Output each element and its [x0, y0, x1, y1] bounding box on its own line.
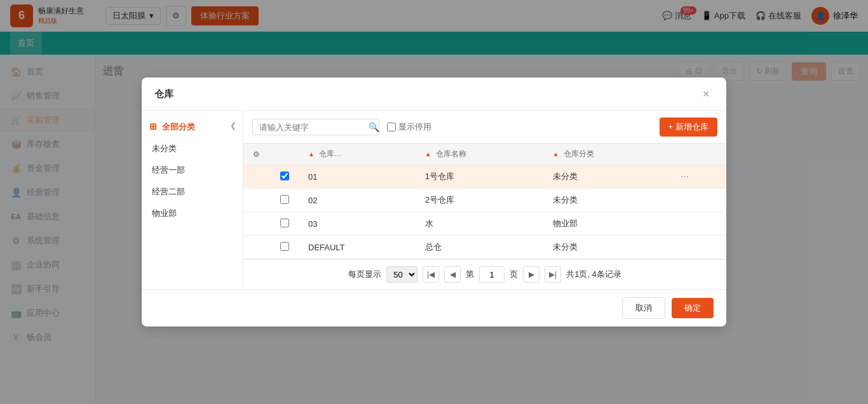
data-table: ⚙ ▲ 仓库... ▲ 仓库名称 — [243, 144, 726, 259]
row-action-3 — [673, 236, 726, 259]
row-code-1: 02 — [301, 189, 417, 212]
sort-icon-code: ▲ — [308, 151, 315, 158]
page-first-button[interactable]: |◀ — [423, 266, 439, 283]
table-area: 🔍 显示停用 + 新增仓库 ⚙ — [243, 111, 726, 289]
page-number-input[interactable] — [479, 266, 505, 283]
category-header-content: ⊞ 全部分类 — [149, 121, 195, 133]
search-input[interactable] — [259, 123, 366, 132]
th-actions — [673, 144, 726, 165]
row-checkbox-3[interactable] — [280, 242, 289, 251]
th-category[interactable]: ▲ 仓库分类 — [545, 144, 673, 165]
row-settings-0 — [243, 165, 269, 189]
row-checkbox-1[interactable] — [280, 195, 289, 204]
category-item-unclassified[interactable]: 未分类 — [142, 138, 243, 159]
row-category-0: 未分类 — [545, 165, 673, 189]
page-prev-button[interactable]: ◀ — [444, 266, 461, 283]
table-header-row: ⚙ ▲ 仓库... ▲ 仓库名称 — [243, 144, 726, 165]
page-next-button[interactable]: ▶ — [523, 266, 539, 283]
row-code-2: 03 — [301, 212, 417, 236]
table-row[interactable]: 03 水 物业部 — [243, 212, 726, 236]
search-icon: 🔍 — [369, 122, 379, 132]
show-disabled-label: 显示停用 — [387, 121, 431, 133]
category-item-property[interactable]: 物业部 — [142, 203, 243, 224]
confirm-button[interactable]: 确定 — [672, 298, 714, 318]
table-row[interactable]: 01 1号仓库 未分类 ··· — [243, 165, 726, 189]
action-dots-0[interactable]: ··· — [681, 171, 689, 182]
row-action-2 — [673, 212, 726, 236]
modal-overlay: 仓库 × ⊞ 全部分类 《 未分类 经营一部 — [0, 0, 868, 404]
row-checkbox-2[interactable] — [280, 219, 289, 227]
modal-header: 仓库 × — [142, 77, 726, 111]
th-no — [269, 144, 301, 165]
row-no-2 — [269, 212, 301, 236]
show-disabled-checkbox[interactable] — [387, 123, 396, 131]
row-no-3 — [269, 236, 301, 259]
modal-title: 仓库 — [154, 88, 173, 100]
warehouse-modal: 仓库 × ⊞ 全部分类 《 未分类 经营一部 — [142, 77, 726, 327]
per-page-select[interactable]: 50 — [386, 266, 417, 283]
warehouse-table: ⚙ ▲ 仓库... ▲ 仓库名称 — [243, 144, 726, 259]
row-category-2: 物业部 — [545, 212, 673, 236]
category-collapse-button[interactable]: 《 — [226, 121, 235, 133]
table-row[interactable]: 02 2号仓库 未分类 — [243, 189, 726, 212]
cancel-button[interactable]: 取消 — [622, 297, 665, 319]
row-code-0: 01 — [301, 165, 417, 189]
category-sidebar: ⊞ 全部分类 《 未分类 经营一部 经营二部 物业部 — [142, 111, 243, 289]
table-toolbar: 🔍 显示停用 + 新增仓库 — [243, 111, 726, 144]
sort-icon-name: ▲ — [425, 151, 431, 158]
row-name-0: 1号仓库 — [417, 165, 545, 189]
category-item-dept2[interactable]: 经营二部 — [142, 181, 243, 203]
pagination-bar: 每页显示 50 |◀ ◀ 第 页 ▶ ▶| 共1页, 4条记录 — [243, 259, 726, 289]
pagination-total: 共1页, 4条记录 — [566, 269, 621, 280]
row-code-3: DEFAULT — [301, 236, 417, 259]
page-label2: 页 — [510, 269, 518, 280]
page-label: 第 — [466, 269, 474, 280]
row-action-1 — [673, 189, 726, 212]
row-no-0 — [269, 165, 301, 189]
modal-body: ⊞ 全部分类 《 未分类 经营一部 经营二部 物业部 — [142, 111, 726, 289]
table-body: 01 1号仓库 未分类 ··· 02 2号仓库 未分类 03 水 物业部 — [243, 165, 726, 259]
modal-close-button[interactable]: × — [698, 86, 714, 102]
row-category-3: 未分类 — [545, 236, 673, 259]
th-name[interactable]: ▲ 仓库名称 — [417, 144, 545, 165]
add-warehouse-button[interactable]: + 新增仓库 — [660, 118, 717, 137]
category-item-dept1[interactable]: 经营一部 — [142, 159, 243, 181]
th-code[interactable]: ▲ 仓库... — [301, 144, 417, 165]
table-row[interactable]: DEFAULT 总仓 未分类 — [243, 236, 726, 259]
page-last-button[interactable]: ▶| — [545, 266, 561, 283]
row-settings-1 — [243, 189, 269, 212]
category-header: ⊞ 全部分类 《 — [142, 116, 243, 138]
sort-icon-category: ▲ — [553, 151, 559, 158]
row-no-1 — [269, 189, 301, 212]
th-settings: ⚙ — [243, 144, 269, 165]
search-box: 🔍 — [252, 119, 379, 135]
row-checkbox-0[interactable] — [280, 172, 289, 180]
row-name-3: 总仓 — [417, 236, 545, 259]
row-action-0: ··· — [673, 165, 726, 189]
grid-icon: ⊞ — [149, 121, 157, 131]
row-name-1: 2号仓库 — [417, 189, 545, 212]
modal-footer: 取消 确定 — [142, 289, 726, 327]
row-settings-2 — [243, 212, 269, 236]
row-category-1: 未分类 — [545, 189, 673, 212]
row-name-2: 水 — [417, 212, 545, 236]
row-settings-3 — [243, 236, 269, 259]
